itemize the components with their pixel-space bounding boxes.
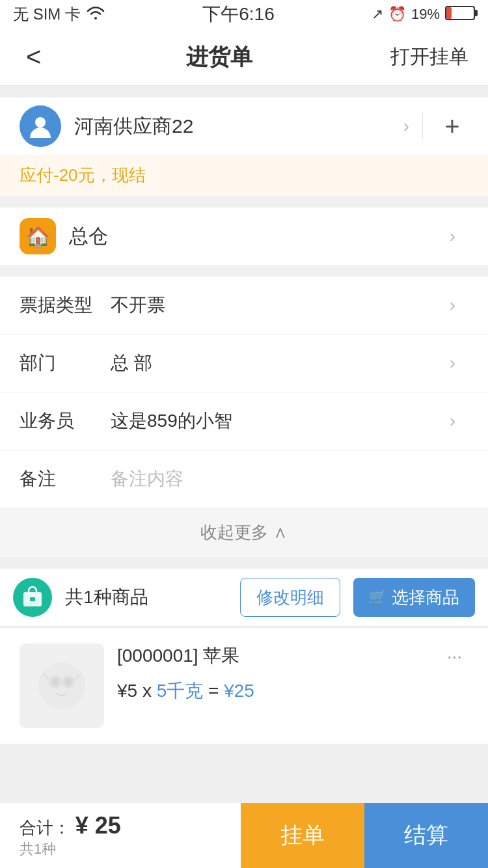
- svg-point-6: [52, 679, 59, 685]
- status-time: 下午6:16: [202, 2, 275, 27]
- remark-label: 备注: [20, 467, 111, 491]
- dept-row[interactable]: 部门 总 部 ›: [0, 334, 488, 392]
- divider-2: [0, 265, 488, 277]
- supplier-divider: [422, 113, 423, 139]
- cart-icon: 🛒: [369, 589, 386, 606]
- divider-top: [0, 86, 488, 98]
- dept-value: 总 部: [111, 351, 450, 375]
- warehouse-icon: 🏠: [20, 218, 56, 254]
- checkout-button[interactable]: 结算: [364, 803, 488, 868]
- product-section-icon: [13, 578, 52, 617]
- chevron-right-icon: ›: [403, 116, 409, 137]
- spacer: [0, 744, 488, 809]
- warehouse-row[interactable]: 🏠 总仓 ›: [0, 208, 488, 265]
- collapse-button[interactable]: 收起更多 ∧: [0, 508, 488, 557]
- chevron-right-icon: ›: [450, 411, 455, 431]
- divider-4: [0, 626, 488, 627]
- carrier-text: 无 SIM 卡: [13, 4, 81, 25]
- status-right: ↗ ⏰ 19%: [372, 6, 475, 23]
- product-more-button[interactable]: ···: [441, 644, 468, 670]
- alarm-icon: ⏰: [388, 6, 406, 23]
- line-total: ¥25: [224, 681, 254, 701]
- supplier-section: 河南供应商22 › + 应付-20元，现结: [0, 98, 488, 196]
- product-thumbnail: [20, 644, 104, 728]
- bottom-bar: 合计： ¥ 25 共1种 挂单 结算: [0, 803, 488, 868]
- supplier-name: 河南供应商22: [74, 113, 403, 140]
- svg-point-3: [38, 662, 85, 709]
- edit-detail-button[interactable]: 修改明细: [240, 578, 340, 617]
- svg-point-7: [65, 679, 72, 685]
- product-info: [0000001] 苹果 ¥5 x 5千克 = ¥25: [117, 644, 427, 703]
- supplier-notice: 应付-20元，现结: [0, 155, 488, 196]
- warehouse-name: 总仓: [69, 223, 450, 250]
- wifi-icon: [86, 5, 105, 23]
- warehouse-section: 🏠 总仓 ›: [0, 208, 488, 265]
- chevron-right-icon: ›: [450, 226, 455, 247]
- supplier-avatar: [20, 105, 61, 147]
- equals-sign: =: [208, 681, 224, 701]
- invoice-value: 不开票: [111, 293, 450, 318]
- select-product-button[interactable]: 🛒 选择商品: [353, 578, 475, 617]
- page-title: 进货单: [186, 42, 252, 72]
- gps-icon: ↗: [372, 6, 383, 23]
- product-item: [0000001] 苹果 ¥5 x 5千克 = ¥25 ···: [0, 628, 488, 744]
- product-header: 共1种商品 修改明细 🛒 选择商品: [0, 569, 488, 626]
- supplier-row[interactable]: 河南供应商22 › +: [0, 98, 488, 155]
- open-pending-button[interactable]: 打开挂单: [390, 44, 468, 70]
- sales-label: 业务员: [20, 409, 111, 433]
- total-label: 合计：: [20, 818, 70, 837]
- product-price: ¥5 x 5千克 = ¥25: [117, 679, 427, 703]
- total-line: 合计： ¥ 25: [20, 812, 221, 839]
- product-code: [0000001]: [117, 645, 198, 666]
- divider-3: [0, 557, 488, 569]
- quantity: 5千克: [157, 681, 204, 701]
- invoice-row[interactable]: 票据类型 不开票 ›: [0, 277, 488, 334]
- dept-label: 部门: [20, 351, 111, 375]
- svg-point-0: [35, 117, 46, 128]
- price-separator: x: [142, 681, 157, 701]
- chevron-right-icon: ›: [450, 295, 455, 316]
- remark-row[interactable]: 备注 备注内容: [0, 450, 488, 508]
- total-section: 合计： ¥ 25 共1种: [0, 812, 241, 859]
- product-name-text: 苹果: [203, 645, 239, 666]
- product-name: [0000001] 苹果: [117, 644, 427, 668]
- remark-input[interactable]: 备注内容: [111, 467, 468, 491]
- battery-icon: [445, 6, 475, 23]
- back-button[interactable]: <: [20, 36, 47, 78]
- status-left: 无 SIM 卡: [13, 4, 105, 25]
- battery-text: 19%: [411, 6, 440, 23]
- unit-price: ¥5: [117, 681, 137, 701]
- svg-rect-2: [30, 597, 35, 601]
- add-supplier-button[interactable]: +: [436, 110, 468, 142]
- select-product-label: 选择商品: [392, 586, 459, 609]
- status-bar: 无 SIM 卡 下午6:16 ↗ ⏰ 19%: [0, 0, 488, 29]
- chevron-right-icon: ›: [450, 353, 455, 373]
- hang-button[interactable]: 挂单: [241, 803, 364, 868]
- nav-bar: < 进货单 打开挂单: [0, 29, 488, 86]
- product-count: 共1种商品: [65, 585, 227, 610]
- sales-value: 这是859的小智: [111, 409, 450, 433]
- total-amount: ¥ 25: [75, 812, 121, 839]
- total-count: 共1种: [20, 839, 221, 859]
- invoice-label: 票据类型: [20, 293, 111, 318]
- sales-row[interactable]: 业务员 这是859的小智 ›: [0, 392, 488, 450]
- divider-1: [0, 196, 488, 208]
- invoice-section: 票据类型 不开票 › 部门 总 部 › 业务员 这是859的小智 › 备注 备注…: [0, 277, 488, 508]
